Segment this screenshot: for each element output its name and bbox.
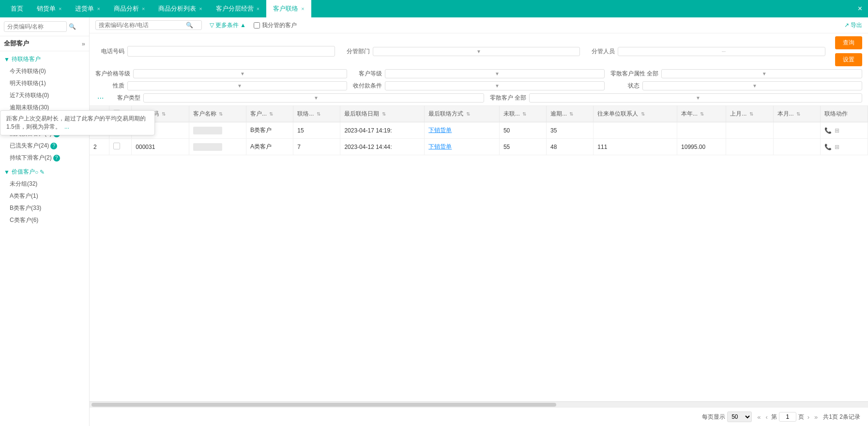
waiting-7days[interactable]: 近7天待联络(0) <box>0 89 89 102</box>
row-checkbox[interactable] <box>113 143 120 149</box>
action-more-icon[interactable]: ⊞ <box>835 127 839 134</box>
category-search-icon[interactable]: 🔍 <box>69 23 76 30</box>
status-label: 状态 <box>610 82 640 90</box>
value-a-class[interactable]: A类客户(1) <box>0 190 89 202</box>
row-last-method-link[interactable]: 下销货单 <box>428 143 452 150</box>
row-not-contact: 55 <box>499 139 546 155</box>
value-group: ▼ 价值客户 ○ ✎ 未分组(32) A类客户(1) B类客户(33) C类客户… <box>0 164 89 228</box>
price-level-select[interactable]: ▼ <box>133 69 347 78</box>
col-last-contact-method[interactable]: 最后联络方式 ⇅ <box>425 106 500 122</box>
scrollbar-thumb[interactable] <box>91 403 556 407</box>
prev-page-btn[interactable]: ‹ <box>764 413 769 421</box>
more-filter-dots[interactable]: ··· <box>95 94 106 103</box>
last-page-btn[interactable]: » <box>813 413 819 421</box>
scatter-attr-chevron-icon: ▼ <box>762 71 859 76</box>
col-this-year[interactable]: 本年... ⇅ <box>677 106 726 122</box>
page-number-input[interactable] <box>779 412 796 422</box>
nav-purchase-order[interactable]: 进货单 × <box>68 0 107 17</box>
action-phone-icon[interactable]: 📞 <box>824 144 832 150</box>
main-layout: 🔍 全部客户 » ▼ 待联络客户 今天待联络(0) 明天待联络(1) 近7天待联… <box>0 17 868 426</box>
row-contact: 7 <box>293 139 340 155</box>
waiting-tomorrow[interactable]: 明天待联络(1) <box>0 77 89 89</box>
waiting-group-header[interactable]: ▼ 待联络客户 <box>0 53 89 65</box>
nav-sales-order[interactable]: 销货单 × <box>30 0 68 17</box>
col-action: 联络动作 <box>820 106 868 122</box>
nature-select[interactable]: ▼ <box>127 81 347 90</box>
advanced-filter: 电话号码 分管部门 ▼ 分管人员 ··· <box>90 33 868 106</box>
filter-row-2: 客户价格等级 ▼ 客户等级 ▼ 零散客户属性 全部 <box>95 69 862 78</box>
close-product-analysis-list-icon[interactable]: × <box>199 6 202 12</box>
col-contact-count[interactable]: 联络... ⇅ <box>293 106 340 122</box>
more-conditions-chevron-icon: ▲ <box>240 22 246 29</box>
search-icon[interactable]: 🔍 <box>186 22 193 29</box>
already-lost-item[interactable]: 已流失客户(24) ? <box>0 140 89 152</box>
nav-customer-tier[interactable]: 客户分层经营 × <box>209 0 266 17</box>
status-select[interactable]: ▼ <box>642 81 862 90</box>
action-more-icon[interactable]: ⊞ <box>835 144 839 150</box>
row-last-method: 下销货单 <box>425 139 500 155</box>
value-ungroup[interactable]: 未分组(32) <box>0 178 89 190</box>
value-group-header[interactable]: ▼ 价值客户 ○ ✎ <box>0 166 89 178</box>
first-page-btn[interactable]: « <box>756 413 762 421</box>
value-group-label: 价值客户 <box>12 168 35 176</box>
scatter-customer-select[interactable]: ▼ <box>529 93 862 103</box>
next-page-btn[interactable]: › <box>806 413 811 421</box>
col-unit-contact[interactable]: 往来单位联系人 ⇅ <box>594 106 677 122</box>
my-customers-checkbox[interactable] <box>254 22 260 29</box>
dept-select[interactable]: ▼ <box>373 47 580 56</box>
col-overdue[interactable]: 逾期... ⇅ <box>547 106 594 122</box>
per-page-select[interactable]: 50 20 100 <box>727 411 752 422</box>
nature-chevron-icon: ▼ <box>237 83 344 88</box>
more-conditions-btn[interactable]: ▽ 更多条件 ▲ <box>206 21 250 29</box>
close-sales-order-icon[interactable]: × <box>59 6 61 12</box>
keep-declining-item[interactable]: 持续下滑客户(2) ? <box>0 152 89 164</box>
col-last-month[interactable]: 上月... ⇅ <box>726 106 773 122</box>
value-c-class[interactable]: C类客户(6) <box>0 214 89 226</box>
close-customer-contact-icon[interactable]: × <box>301 6 304 12</box>
page-label: 第 <box>771 413 777 421</box>
nav-product-analysis-list[interactable]: 商品分析列表 × <box>152 0 209 17</box>
query-button[interactable]: 查询 <box>835 36 862 49</box>
row-last-method-link[interactable]: 下销货单 <box>428 127 452 133</box>
window-close-icon[interactable]: × <box>858 4 862 13</box>
value-b-class[interactable]: B类客户(33) <box>0 202 89 214</box>
customer-level-select[interactable]: ▼ <box>385 69 605 78</box>
already-lost-info-icon[interactable]: ? <box>50 143 57 149</box>
nav-home[interactable]: 首页 <box>4 0 30 17</box>
nature-label: 性质 <box>95 82 124 90</box>
category-search-input[interactable] <box>4 21 67 32</box>
nav-product-analysis[interactable]: 商品分析 × <box>107 0 152 17</box>
price-level-field: 客户价格等级 ▼ <box>95 69 347 78</box>
settings-button[interactable]: 设置 <box>835 53 862 66</box>
col-this-month[interactable]: 本月... ⇅ <box>773 106 820 122</box>
action-phone-icon[interactable]: 📞 <box>824 127 832 134</box>
sidebar: 🔍 全部客户 » ▼ 待联络客户 今天待联络(0) 明天待联络(1) 近7天待联… <box>0 17 90 426</box>
close-purchase-order-icon[interactable]: × <box>97 6 100 12</box>
nav-customer-contact[interactable]: 客户联络 × <box>266 0 311 17</box>
keep-declining-info-icon[interactable]: ? <box>53 155 60 162</box>
tooltip-box: 距客户上次交易时长，超过了此客户的平均交易周期的1.5倍，则视为异常。 ... <box>90 110 155 135</box>
page-nav: « ‹ 第 页 › » <box>756 412 819 422</box>
search-wrap: 🔍 <box>95 20 202 30</box>
data-table-wrap: ⚙ 客户编码 ⇅ 客户名称 ⇅ 客户... ⇅ <box>90 106 868 401</box>
customer-type-select[interactable]: ▼ <box>143 93 484 103</box>
col-name[interactable]: 客户名称 ⇅ <box>189 106 246 122</box>
payment-select[interactable]: ▼ <box>385 81 605 90</box>
row-last-month <box>726 122 773 139</box>
close-customer-tier-icon[interactable]: × <box>257 6 259 12</box>
search-input[interactable] <box>99 22 186 29</box>
content-area: 距客户上次交易时长，超过了此客户的平均交易周期的1.5倍，则视为异常。 ... … <box>90 17 868 426</box>
export-btn[interactable]: ↗ 导出 <box>844 21 862 29</box>
horizontal-scrollbar[interactable] <box>90 401 868 407</box>
col-level[interactable]: 客户... ⇅ <box>246 106 293 122</box>
phone-input[interactable] <box>127 46 335 57</box>
sidebar-collapse-icon[interactable]: » <box>82 40 85 47</box>
filter-row-3: 性质 ▼ 收付款条件 ▼ 状态 <box>95 81 862 90</box>
close-product-analysis-icon[interactable]: × <box>142 6 145 12</box>
col-last-contact-date[interactable]: 最后联络日期 ⇅ <box>340 106 425 122</box>
person-select[interactable]: ··· <box>618 47 825 56</box>
value-group-edit-icon[interactable]: ○ ✎ <box>35 169 45 176</box>
col-not-contact[interactable]: 未联... ⇅ <box>499 106 546 122</box>
waiting-today[interactable]: 今天待联络(0) <box>0 65 89 77</box>
scatter-attr-select[interactable]: ▼ <box>661 69 862 78</box>
